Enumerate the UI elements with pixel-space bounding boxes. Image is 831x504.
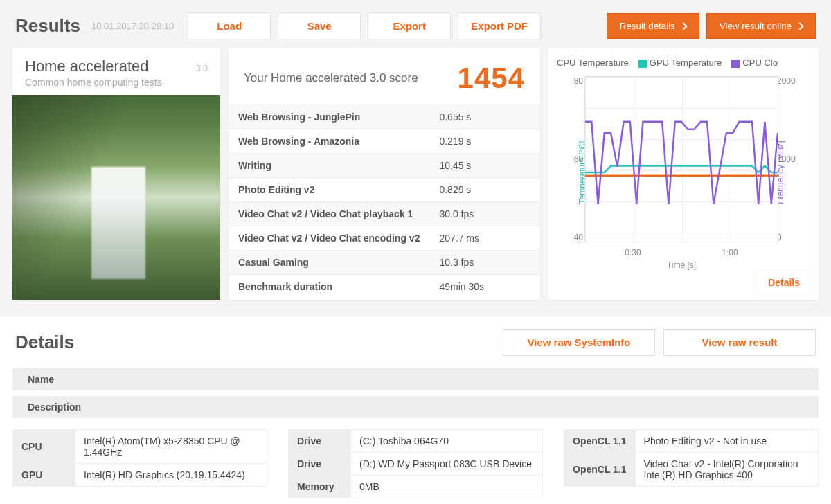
spec-value: 0MB (351, 476, 543, 498)
spec-key: Memory (289, 476, 351, 498)
load-button[interactable]: Load (188, 12, 271, 39)
spec-table-1: CPUIntel(R) Atom(TM) x5-Z8350 CPU @ 1.44… (12, 429, 267, 487)
legend-cpu-clock: CPU Clo (731, 57, 778, 68)
spec-table-3: OpenCL 1.1Photo Editing v2 - Not in useO… (564, 429, 819, 487)
metric-value: 0.219 s (429, 129, 540, 154)
table-row: Writing10.45 s (229, 154, 540, 178)
table-row: Web Browsing - Amazonia0.219 s (229, 129, 540, 154)
details-title: Details (15, 332, 494, 353)
metric-value: 0.829 s (429, 178, 540, 202)
result-details-button[interactable]: Result details (607, 13, 699, 39)
score-label: Your Home accelerated 3.0 score (244, 71, 418, 85)
chart-details-button[interactable]: Details (758, 271, 810, 294)
export-pdf-button[interactable]: Export PDF (458, 12, 541, 39)
table-row: Benchmark duration49min 30s (229, 275, 540, 299)
spec-value: (C:) Toshiba 064G70 (351, 430, 543, 453)
y-ticks-right: 200010000 (777, 76, 798, 242)
x-ticks: 0:301:00 (584, 248, 778, 258)
metrics-table: Web Browsing - JunglePin0.655 sWeb Brows… (229, 105, 540, 298)
export-button[interactable]: Export (368, 12, 451, 39)
table-row: Drive(C:) Toshiba 064G70 (289, 430, 543, 453)
summary-row: Home accelerated 3.0 Common home computi… (0, 48, 831, 300)
score-card: Your Home accelerated 3.0 score 1454 Web… (229, 48, 540, 300)
table-row: GPUIntel(R) HD Graphics (20.19.15.4424) (13, 464, 267, 487)
legend-cpu-temp: CPU Temperature (557, 57, 629, 68)
metric-name: Web Browsing - Amazonia (229, 129, 429, 154)
spec-key: OpenCL 1.1 (564, 430, 636, 453)
metric-name: Web Browsing - JunglePin (229, 105, 429, 129)
suite-card: Home accelerated 3.0 Common home computi… (12, 48, 220, 300)
chevron-right-icon (679, 22, 687, 30)
spec-key: CPU (13, 430, 75, 464)
table-row: Video Chat v2 / Video Chat encoding v220… (229, 226, 540, 251)
suite-subtitle: Common home computing tests (25, 77, 208, 88)
metric-value: 49min 30s (429, 275, 540, 299)
metric-name: Casual Gaming (229, 251, 429, 275)
save-button[interactable]: Save (278, 12, 361, 39)
legend-gpu-temp: GPU Temperature (638, 57, 722, 68)
results-title: Results (15, 15, 80, 37)
table-row: Web Browsing - JunglePin0.655 s (229, 105, 540, 129)
metric-name: Benchmark duration (229, 275, 429, 299)
metric-name: Video Chat v2 / Video Chat encoding v2 (229, 226, 429, 251)
metric-name: Photo Editing v2 (229, 178, 429, 202)
details-section: Details View raw SystemInfo View raw res… (0, 316, 831, 504)
results-timestamp: 10.01.2017 20:28:10 (91, 21, 174, 31)
view-raw-result-button[interactable]: View raw result (663, 329, 816, 356)
chevron-right-icon (796, 22, 803, 30)
table-row: Photo Editing v20.829 s (229, 178, 540, 202)
score-value: 1454 (458, 62, 525, 95)
suite-thumbnail (12, 95, 220, 300)
chart-area: Temperature [°C] Frequency [MHz] 806040 … (553, 72, 810, 273)
result-details-label: Result details (620, 21, 675, 31)
view-online-button[interactable]: View result online (706, 13, 816, 39)
view-systeminfo-button[interactable]: View raw SystemInfo (503, 329, 655, 356)
spec-table-2: Drive(C:) Toshiba 064G70Drive(D:) WD My … (288, 429, 543, 498)
results-header: Results 10.01.2017 20:28:10 Load Save Ex… (0, 0, 831, 48)
table-row: OpenCL 1.1Video Chat v2 - Intel(R) Corpo… (564, 453, 819, 487)
metric-name: Video Chat v2 / Video Chat playback 1 (229, 202, 429, 226)
metric-value: 0.655 s (429, 105, 540, 129)
table-row: Memory0MB (289, 476, 543, 498)
metric-value: 207.7 ms (429, 226, 540, 251)
metric-value: 30.0 fps (429, 202, 540, 226)
x-axis-label: Time [s] (553, 260, 810, 270)
table-row: Video Chat v2 / Video Chat playback 130.… (229, 202, 540, 226)
spec-value: Photo Editing v2 - Not in use (635, 430, 818, 453)
table-row: CPUIntel(R) Atom(TM) x5-Z8350 CPU @ 1.44… (13, 430, 267, 464)
suite-version: 3.0 (196, 64, 208, 73)
spec-value: (D:) WD My Passport 083C USB Device (351, 453, 543, 476)
chart-legend: CPU Temperature GPU Temperature CPU Clo (553, 57, 810, 68)
details-name-row: Name (12, 368, 819, 390)
suite-name: Home accelerated (25, 57, 149, 75)
y-ticks-left: 806040 (568, 76, 583, 242)
details-description-row: Description (12, 396, 819, 418)
spec-key: Drive (289, 430, 351, 453)
spec-key: GPU (13, 464, 75, 487)
spec-grid: CPUIntel(R) Atom(TM) x5-Z8350 CPU @ 1.44… (0, 420, 831, 498)
metric-value: 10.45 s (429, 154, 540, 178)
metric-name: Writing (229, 154, 429, 178)
spec-value: Intel(R) Atom(TM) x5-Z8350 CPU @ 1.44GHz (75, 430, 267, 464)
chart-card: CPU Temperature GPU Temperature CPU Clo … (548, 48, 819, 300)
view-online-label: View result online (720, 21, 792, 31)
table-row: OpenCL 1.1Photo Editing v2 - Not in use (564, 430, 819, 453)
table-row: Drive(D:) WD My Passport 083C USB Device (289, 453, 543, 476)
metric-value: 10.3 fps (429, 251, 540, 275)
table-row: Casual Gaming10.3 fps (229, 251, 540, 275)
spec-value: Video Chat v2 - Intel(R) Corporation Int… (635, 453, 818, 487)
spec-key: OpenCL 1.1 (564, 453, 636, 487)
spec-value: Intel(R) HD Graphics (20.19.15.4424) (75, 464, 267, 487)
spec-key: Drive (289, 453, 351, 476)
line-chart (584, 76, 778, 242)
